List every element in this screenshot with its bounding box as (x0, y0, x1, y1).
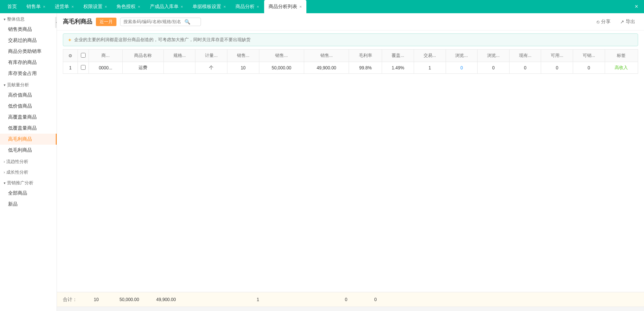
row-browse1-link[interactable]: 0 (460, 65, 463, 70)
content-area: 高毛利商品 近一月 🔍 ⎋ 分享 ↗ 导出 ✦ 企业的主要的利润都是这部分商品创… (57, 13, 644, 311)
sidebar-item-high-value[interactable]: 高价值商品 (0, 90, 57, 101)
nav-tab-permission-label: 权限设置 (83, 3, 102, 10)
nav-tab-analysis-label: 商品分析 (235, 3, 255, 10)
col-coverage-header[interactable]: 覆盖... (382, 50, 414, 62)
row-browse1[interactable]: 0 (446, 62, 478, 74)
footer-empty1 (184, 297, 214, 302)
sidebar-item-stock-goods[interactable]: 有库存的商品 (0, 57, 57, 68)
share-icon: ⎋ (597, 19, 600, 25)
col-sales-amount-header[interactable]: 销售... (259, 50, 304, 62)
row-coverage: 1.49% (382, 62, 414, 74)
row-sales-cost: 49,900.00 (304, 62, 349, 74)
search-icon[interactable]: 🔍 (184, 19, 190, 25)
nav-tab-analysis-close[interactable]: × (257, 4, 259, 9)
row-code: 0000... (89, 62, 123, 74)
row-browse2: 0 (478, 62, 510, 74)
export-label: 导出 (626, 18, 635, 25)
row-sellable: 0 (573, 62, 605, 74)
sidebar-item-category-rate[interactable]: 商品分类助销率 (0, 46, 57, 57)
sidebar-item-sales-goods[interactable]: 销售类商品 (0, 24, 57, 35)
sidebar-item-low-value[interactable]: 低价值商品 (0, 101, 57, 112)
nav-tab-product-inbound-close[interactable]: × (181, 4, 183, 9)
export-button[interactable]: ↗ 导出 (617, 17, 638, 26)
info-icon: ✦ (68, 37, 72, 43)
footer-total-bar: 合计： 10 50,000.00 49,900.00 1 0 0 (57, 292, 644, 307)
row-available: 0 (541, 62, 573, 74)
nav-tab-sales-label: 销售单 (26, 3, 41, 10)
nav-tab-product-inbound[interactable]: 产成品入库单 × (145, 0, 187, 13)
row-transactions: 1 (414, 62, 446, 74)
nav-tab-sales[interactable]: 销售单 × (22, 0, 50, 13)
sidebar-group-contribution-arrow: ▾ (4, 83, 6, 87)
filter-recent-month-button[interactable]: 近一月 (96, 18, 116, 26)
settings-icon: ⚙ (68, 53, 72, 58)
sidebar-item-high-coverage[interactable]: 高覆盖量商品 (0, 112, 57, 123)
footer-sales-amount: 50,000.00 (111, 297, 148, 302)
sidebar-item-low-coverage[interactable]: 低覆盖量商品 (0, 123, 57, 134)
row-sales-amount: 50,000.00 (259, 62, 304, 74)
nav-tab-purchase[interactable]: 进货单 × (50, 0, 78, 13)
sidebar-group-overall[interactable]: ▾ 整体信息 (0, 13, 57, 24)
col-name-header[interactable]: 商品名称 (122, 50, 163, 62)
col-sellable-header[interactable]: 可销... (573, 50, 605, 62)
share-label: 分享 (601, 18, 611, 25)
search-input[interactable] (123, 19, 182, 24)
nav-tab-purchase-close[interactable]: × (71, 4, 73, 9)
footer-empty4 (302, 297, 331, 302)
col-unit-header[interactable]: 计量... (195, 50, 227, 62)
nav-close-all[interactable]: × (632, 3, 641, 10)
col-gross-rate-header[interactable]: 毛利率 (349, 50, 382, 62)
select-all-checkbox[interactable] (81, 53, 86, 58)
main-layout: << ▾ 整体信息 销售类商品 交易过的商品 商品分类助销率 有库存的商品 库存… (0, 13, 644, 311)
sidebar-item-new-goods[interactable]: 新品 (0, 199, 57, 210)
sidebar-item-all-goods[interactable]: 全部商品 (0, 188, 57, 199)
col-browse2-header[interactable]: 浏览... (478, 50, 510, 62)
footer-current-stock: 0 (331, 297, 361, 302)
col-sales-cost-header[interactable]: 销售... (304, 50, 349, 62)
col-available-header[interactable]: 可用... (541, 50, 573, 62)
sidebar-item-high-margin[interactable]: 高毛利商品 (0, 134, 57, 145)
col-tag-header[interactable]: 标签 (605, 50, 638, 62)
nav-tab-template[interactable]: 单据模板设置 × (188, 0, 230, 13)
sidebar-group-contribution[interactable]: ▾ 贡献量分析 (0, 79, 57, 90)
export-icon: ↗ (620, 19, 624, 25)
nav-tab-analysis-list-close[interactable]: × (299, 4, 302, 9)
nav-tab-sales-close[interactable]: × (43, 4, 45, 9)
nav-tab-home[interactable]: 首页 (3, 0, 21, 13)
col-checkbox-header[interactable] (78, 50, 89, 62)
footer-cells: 10 50,000.00 49,900.00 1 0 0 (82, 297, 638, 302)
col-browse1-header[interactable]: 浏览... (446, 50, 478, 62)
col-spec-header[interactable]: 规格... (163, 50, 195, 62)
table-row: 1 0000... 运费 个 10 50,000.00 49,900.00 99… (63, 62, 638, 74)
nav-tab-analysis-list[interactable]: 商品分析列表 × (264, 0, 306, 13)
col-code-header[interactable]: 商... (89, 50, 123, 62)
row-index: 1 (63, 62, 78, 74)
nav-tab-permission-close[interactable]: × (105, 4, 107, 9)
sidebar-group-contribution-label: 贡献量分析 (7, 82, 29, 88)
row-checkbox-cell[interactable] (78, 62, 89, 74)
nav-tab-analysis-list-label: 商品分析列表 (269, 3, 297, 10)
sidebar-item-stock-fund[interactable]: 库存资金占用 (0, 68, 57, 79)
col-current-stock-header[interactable]: 现有... (509, 50, 541, 62)
nav-tab-product-inbound-label: 产成品入库单 (150, 3, 179, 10)
col-transactions-header[interactable]: 交易... (414, 50, 446, 62)
sidebar-group-growth[interactable]: › 成长性分析 (0, 166, 57, 177)
sidebar-item-low-margin[interactable]: 低毛利商品 (0, 145, 57, 156)
nav-tab-template-close[interactable]: × (223, 4, 226, 9)
nav-tab-analysis[interactable]: 商品分析 × (231, 0, 263, 13)
sidebar-group-marketing[interactable]: ▾ 营销推广分析 (0, 177, 57, 188)
sidebar-item-traded-goods[interactable]: 交易过的商品 (0, 35, 57, 46)
col-sales-qty-header[interactable]: 销售... (227, 50, 259, 62)
sidebar-collapse-button[interactable]: << (55, 17, 57, 28)
sidebar-group-trend[interactable]: › 流趋性分析 (0, 156, 57, 166)
row-checkbox[interactable] (81, 65, 86, 70)
col-settings-header[interactable]: ⚙ (63, 50, 78, 62)
nav-tab-template-label: 单据模板设置 (193, 3, 221, 10)
table-container: ⚙ 商... 商品名称 规格... (57, 49, 644, 292)
horizontal-scrollbar[interactable] (57, 307, 644, 311)
nav-tab-role-close[interactable]: × (138, 4, 140, 9)
share-button[interactable]: ⎋ 分享 (594, 17, 614, 26)
nav-tab-role[interactable]: 角色授权 × (112, 0, 144, 13)
nav-tab-permission[interactable]: 权限设置 × (79, 0, 111, 13)
sidebar: << ▾ 整体信息 销售类商品 交易过的商品 商品分类助销率 有库存的商品 库存… (0, 13, 57, 311)
